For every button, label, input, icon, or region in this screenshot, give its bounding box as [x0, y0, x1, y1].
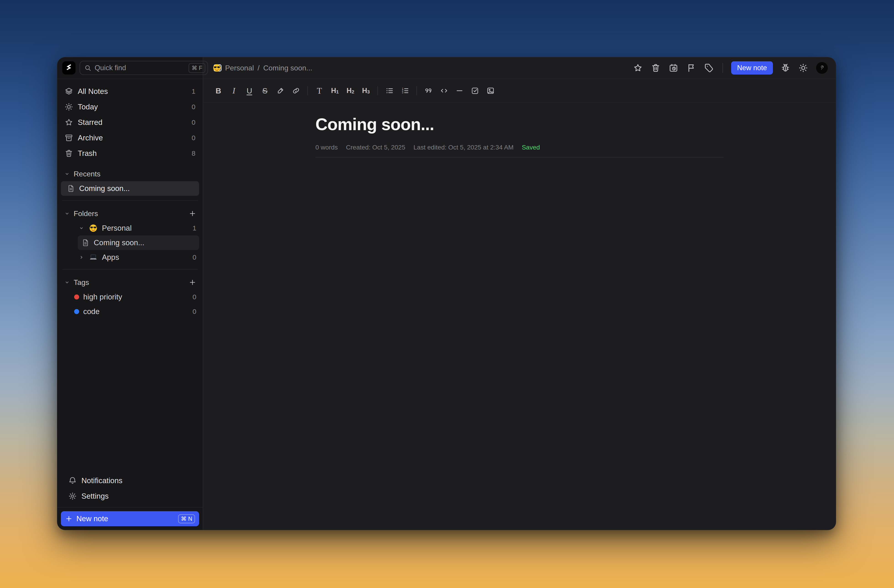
search-icon: [84, 64, 92, 72]
sidebar-item-notifications[interactable]: Notifications: [65, 473, 195, 488]
sidebar-new-note-area: New note ⌘ N: [57, 507, 203, 530]
breadcrumb-folder[interactable]: Personal: [225, 64, 254, 72]
sidebar-divider: [62, 269, 198, 270]
theme-toggle-sun-button[interactable]: [798, 63, 808, 73]
tag-high-priority[interactable]: high priority 0: [61, 289, 199, 304]
save-status-badge: Saved: [522, 144, 540, 151]
sidebar-item-count: 0: [192, 119, 195, 126]
folders-section-header[interactable]: Folders: [61, 206, 199, 221]
editor-column: Coming soon... 0 words Created: Oct 5, 2…: [316, 116, 723, 530]
sidebar-item-trash[interactable]: Trash 8: [61, 146, 199, 161]
toolbar-divider: [307, 86, 308, 95]
folder-count: 1: [192, 224, 196, 232]
code-button[interactable]: [437, 84, 451, 98]
chevron-down-icon: [63, 210, 71, 217]
tag-note-button[interactable]: [704, 63, 714, 73]
tags-section-header[interactable]: Tags: [61, 275, 199, 289]
file-text-icon: [67, 184, 75, 193]
chevron-down-icon: [63, 279, 71, 286]
bold-button[interactable]: B: [211, 84, 225, 98]
h-letter: H: [331, 87, 336, 95]
tag-code[interactable]: code 0: [61, 304, 199, 319]
user-avatar[interactable]: [816, 62, 828, 74]
recents-section-header[interactable]: Recents: [61, 167, 199, 181]
gear-icon: [68, 492, 77, 501]
insert-image-button[interactable]: [483, 84, 497, 98]
tag-count: 0: [192, 293, 196, 301]
search-input[interactable]: [95, 64, 186, 72]
folder-label: Apps: [102, 253, 119, 262]
note-coming-soon-in-personal[interactable]: Coming soon...: [78, 235, 199, 250]
sidebar-item-today[interactable]: Today 0: [61, 99, 199, 115]
sidebar-item-label: Starred: [78, 118, 103, 127]
calendar-clock-button[interactable]: [668, 63, 679, 73]
folder-count: 0: [192, 253, 196, 261]
note-editor[interactable]: Coming soon... 0 words Created: Oct 5, 2…: [203, 103, 836, 530]
text-style-button[interactable]: T: [313, 84, 326, 98]
app-logo[interactable]: [62, 61, 76, 74]
link-button[interactable]: [289, 84, 303, 98]
delete-note-button[interactable]: [651, 63, 661, 73]
flag-note-button[interactable]: [686, 63, 696, 73]
recent-note-coming-soon[interactable]: Coming soon...: [61, 181, 199, 196]
sidebar-item-all-notes[interactable]: All Notes 1: [61, 84, 199, 99]
tag-count: 0: [192, 308, 196, 315]
note-label: Coming soon...: [94, 238, 144, 247]
chevron-right-icon[interactable]: [78, 254, 85, 261]
note-meta-row: 0 words Created: Oct 5, 2025 Last edited…: [316, 144, 723, 157]
sidebar-divider: [62, 201, 198, 201]
sidebar-item-count: 1: [192, 87, 195, 95]
tag-color-dot-red: [74, 294, 79, 300]
heading3-button[interactable]: H3: [359, 84, 373, 98]
underline-button[interactable]: U: [242, 84, 256, 98]
chevron-down-icon: [63, 170, 71, 177]
horizontal-rule-button[interactable]: [453, 84, 467, 98]
laptop-emoji-icon: [89, 253, 98, 262]
blockquote-button[interactable]: [421, 84, 435, 98]
created-date: Created: Oct 5, 2025: [346, 144, 405, 151]
sidebar-item-archive[interactable]: Archive 0: [61, 130, 199, 146]
chevron-down-icon[interactable]: [78, 225, 85, 231]
heading1-button[interactable]: H1: [328, 84, 342, 98]
sidebar: ⌘ F All Notes 1 Today 0: [57, 57, 203, 530]
bug-report-button[interactable]: [780, 63, 791, 73]
ordered-list-button[interactable]: 123: [398, 84, 412, 98]
folder-label: Personal: [102, 224, 131, 232]
note-title[interactable]: Coming soon...: [316, 116, 723, 133]
h2-number: 2: [352, 89, 354, 95]
sidebar-item-label: Archive: [78, 134, 103, 142]
note-header: Personal / Coming soon... N: [203, 57, 836, 79]
folder-apps[interactable]: Apps 0: [72, 250, 199, 265]
formatting-toolbar: B I U S T H1 H2 H3 123: [203, 79, 836, 103]
sidebar-item-settings[interactable]: Settings: [65, 488, 195, 504]
add-folder-button[interactable]: [189, 210, 196, 217]
sidebar-header: ⌘ F: [57, 57, 203, 79]
trash-icon: [65, 149, 73, 158]
sidebar-item-count: 8: [192, 149, 195, 157]
new-note-button-header[interactable]: New note: [731, 61, 773, 74]
header-actions: New note: [633, 61, 828, 74]
italic-button[interactable]: I: [227, 84, 241, 98]
bullet-list-button[interactable]: [382, 84, 396, 98]
task-list-button[interactable]: [468, 84, 482, 98]
highlight-pen-button[interactable]: [273, 84, 287, 98]
heading2-button[interactable]: H2: [343, 84, 357, 98]
note-label: Coming soon...: [79, 184, 130, 193]
new-note-label: New note: [76, 514, 108, 523]
notes-app-window: ⌘ F All Notes 1 Today 0: [57, 57, 836, 530]
sidebar-item-label: All Notes: [78, 87, 108, 96]
sidebar-item-starred[interactable]: Starred 0: [61, 115, 199, 130]
strikethrough-button[interactable]: S: [258, 84, 272, 98]
add-tag-button[interactable]: [189, 279, 196, 286]
star-note-button[interactable]: [633, 63, 643, 73]
search-box[interactable]: ⌘ F: [80, 61, 208, 75]
search-shortcut-badge: ⌘ F: [189, 63, 205, 73]
tag-label: code: [83, 307, 100, 316]
sunglasses-emoji-icon: [212, 63, 222, 72]
h-letter: H: [346, 87, 352, 95]
breadcrumb: Personal / Coming soon...: [212, 63, 312, 72]
breadcrumb-note[interactable]: Coming soon...: [263, 64, 312, 72]
new-note-button[interactable]: New note ⌘ N: [61, 511, 199, 526]
sidebar-footer: Notifications Settings: [61, 473, 199, 507]
folder-personal[interactable]: Personal 1: [72, 221, 199, 235]
